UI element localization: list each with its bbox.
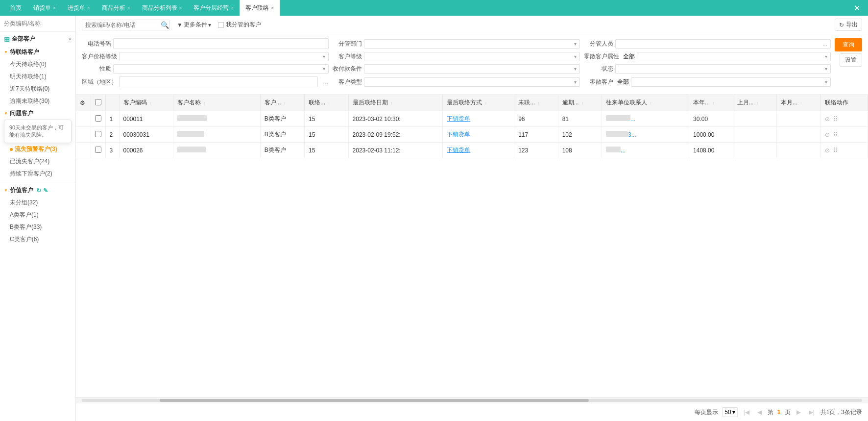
row-checkbox[interactable] [95,115,101,122]
contact-method-link[interactable]: 下销货单 [447,131,470,138]
action-icon-1[interactable]: ⊙ [825,131,830,138]
col-last-month[interactable]: 上月... ↕ [733,95,776,111]
last-page-button[interactable]: ▶| [807,408,817,416]
cell-no-contact: 117 [514,127,558,143]
search-button[interactable]: 🔍 [161,21,169,29]
col-overdue[interactable]: 逾期... ↕ [558,95,602,111]
sidebar-group-pending[interactable]: ▼ 待联络客户 [0,46,75,58]
col-settings[interactable]: ⚙ [76,95,91,111]
action-icon-2[interactable]: ⠿ [833,131,838,138]
nav-tab-analysis-list[interactable]: 商品分析列表 × [136,0,188,16]
sidebar-group-value[interactable]: ▼ 价值客户 ↻ ✎ [0,184,75,197]
close-icon[interactable]: × [271,5,274,11]
nav-tab-customer-contact[interactable]: 客户联络 × [240,0,280,16]
filter-buttons: 查询 设置 [835,38,862,67]
action-icon-2[interactable]: ⠿ [833,147,838,154]
settings-icon[interactable]: ⚙ [80,99,85,106]
sidebar-item-churn-warning[interactable]: 流失预警客户(3) [0,143,75,155]
zero-customer-select[interactable]: ▾ [631,77,831,87]
action-icon-1[interactable]: ⊙ [825,147,830,154]
close-icon[interactable]: × [87,5,90,11]
close-icon[interactable]: × [53,5,56,11]
nav-tab-purchase[interactable]: 进货单 × [62,0,96,16]
nature-select[interactable]: ▾ [113,64,329,74]
more-options-icon[interactable]: … [322,78,329,86]
first-page-button[interactable]: |◀ [742,408,751,416]
filter-cell-phone: 电话号码 [82,38,329,49]
sidebar-item-class-a[interactable]: A类客户(1) [0,209,75,221]
triangle-down-icon: ▼ [4,188,8,193]
col-no-contact[interactable]: 未联... ↕ [514,95,558,111]
collapse-icon[interactable]: « [69,36,72,42]
close-icon[interactable]: × [231,5,234,11]
cell-overdue: 108 [558,143,602,158]
dept-select[interactable]: ▾ [364,39,579,49]
customer-level-select[interactable]: ▾ [364,52,579,61]
edit-icon[interactable]: ✎ [43,187,48,194]
zero-attr-select[interactable]: ▾ [637,52,831,61]
sidebar-group-problem[interactable]: ▼ 问题客户 [0,107,75,120]
horizontal-scrollbar[interactable] [76,397,868,403]
sidebar-item-ungrouped[interactable]: 未分组(32) [0,197,75,209]
my-customers-checkbox[interactable]: 我分管的客户 [218,21,261,29]
col-contact[interactable]: 联络... ↕ [305,95,348,111]
col-last-contact-date[interactable]: 最后联络日期 ↕ [348,95,443,111]
nav-tab-customer-tier[interactable]: 客户分层经营 × [188,0,240,16]
select-all-checkbox[interactable] [95,99,101,105]
col-last-contact-method[interactable]: 最后联络方式 ↕ [443,95,514,111]
contact-method-link[interactable]: 下销货单 [447,115,470,122]
sidebar-item-churned[interactable]: 已流失客户(24) [0,155,75,168]
more-conditions-button[interactable]: ▼ 更多条件 ▾ [174,20,214,30]
row-checkbox[interactable] [95,131,101,137]
triangle-down-icon: ▼ [4,111,8,116]
col-code[interactable]: 客户编码 ↕ [119,95,173,111]
close-icon[interactable]: × [179,5,182,11]
col-unit-contacts[interactable]: 往来单位联系人 ↕ [602,95,689,111]
refresh-icon[interactable]: ↻ [36,187,41,194]
contact-method-link[interactable]: 下销货单 [447,147,470,153]
person-select[interactable]: … [615,39,831,49]
search-input[interactable] [85,22,159,28]
row-checkbox[interactable] [95,147,101,153]
sidebar-item-class-b[interactable]: B类客户(33) [0,221,75,233]
prev-page-button[interactable]: ◀ [755,408,764,416]
sidebar-item-7days[interactable]: 近7天待联络(0) [0,83,75,95]
nav-tab-sales[interactable]: 销货单 × [27,0,62,16]
price-level-select[interactable]: ▾ [119,52,329,61]
region-input[interactable] [119,76,318,87]
sidebar-search-input[interactable] [4,20,76,27]
col-type[interactable]: 客户... ↕ [260,95,304,111]
cell-type: B类客户 [260,127,304,143]
sidebar-item-today[interactable]: 今天待联络(0) [0,58,75,71]
filter-cell-dept: 分管部门 ▾ [333,39,579,49]
nav-home[interactable]: 首页 [4,0,27,16]
sidebar-all-customers[interactable]: ⊞ 全部客户 « [0,32,75,46]
cell-unit-contacts: 3... [602,127,689,143]
export-button[interactable]: ↻ 导出 [835,19,862,31]
sidebar-item-overdue[interactable]: 逾期未联络(30) [0,95,75,107]
customer-type-select[interactable]: ▾ [364,77,579,87]
payment-select[interactable]: ▾ [364,64,579,74]
status-select[interactable]: ▾ [615,64,831,74]
sidebar-item-class-c[interactable]: C类客户(6) [0,233,75,246]
close-icon[interactable]: × [127,5,130,11]
nav-tab-analysis[interactable]: 商品分析 × [96,0,136,16]
col-this-month[interactable]: 本月... ↕ [777,95,820,111]
col-name[interactable]: 客户名称 ↕ [173,95,260,111]
settings-button[interactable]: 设置 [840,53,862,67]
filter-cell-customer-level: 客户等级 ▾ [333,52,579,61]
sidebar-item-declining[interactable]: 持续下滑客户(2) [0,168,75,180]
window-close-button[interactable]: ✕ [850,3,864,13]
action-icon-2[interactable]: ⠿ [833,116,838,123]
col-this-year[interactable]: 本年... ↕ [689,95,733,111]
cell-name [173,143,260,158]
sidebar-item-tomorrow[interactable]: 明天待联络(1) [0,71,75,83]
next-page-button[interactable]: ▶ [795,408,803,416]
cell-this-month [777,111,820,127]
scrollbar-thumb[interactable] [160,399,589,402]
phone-input[interactable] [113,38,329,49]
filter-row-2: 客户价格等级 ▾ 客户等级 ▾ [82,52,831,61]
action-icon-1[interactable]: ⊙ [825,116,830,123]
page-size-select[interactable]: 50 ▾ [722,407,737,417]
query-button[interactable]: 查询 [835,38,862,51]
